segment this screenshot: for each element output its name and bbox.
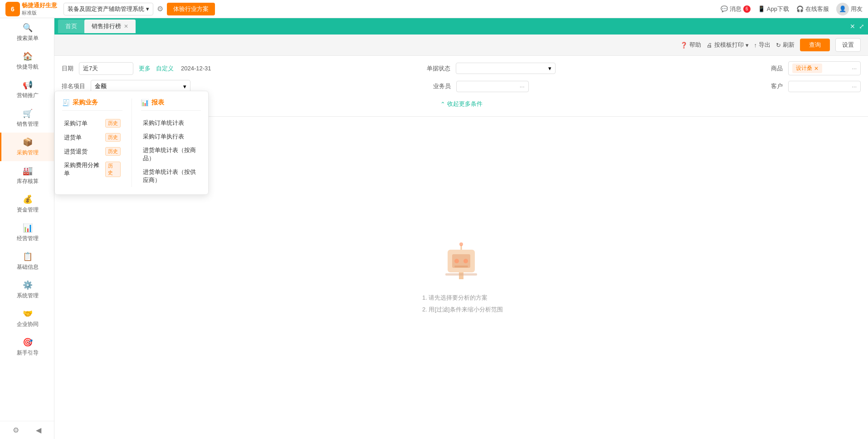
print-action[interactable]: 🖨 按模板打印 ▾ <box>707 41 749 49</box>
empty-illustration <box>434 241 488 287</box>
purchase-dropdown-menu: 🧾 采购业务 采购订单 历史 进货单 历史 进货退货 历史 采购费用分摊单 历史… <box>54 91 209 195</box>
customer-label: 客户 <box>771 82 783 90</box>
menu-item-order-stats[interactable]: 采购订单统计表 <box>141 116 201 130</box>
logo-area: 6 畅捷通好生意 标准版 <box>5 2 60 16</box>
date-label: 日期 <box>62 64 73 73</box>
collapse-up-icon: ⌃ <box>440 101 445 108</box>
help-action[interactable]: ❓ 帮助 <box>680 41 701 49</box>
settings-icon[interactable]: ⚙ <box>157 5 163 13</box>
tab-sales-rank[interactable]: 销售排行榜 ✕ <box>84 20 136 33</box>
settings-button[interactable]: 设置 <box>835 38 861 52</box>
help-icon: ❓ <box>680 42 688 49</box>
basicinfo-icon: 📋 <box>23 252 33 261</box>
goods-label: 商品 <box>771 64 783 73</box>
customer-dots[interactable]: ··· <box>852 83 857 90</box>
sidebar-item-marketing[interactable]: 📢 营销推广 <box>0 75 54 104</box>
date-preset-7days[interactable]: 近7天 <box>79 62 133 75</box>
goods-tag-remove[interactable]: ✕ <box>814 65 819 72</box>
report-section-title: 📊 报表 <box>141 99 201 111</box>
svg-point-10 <box>459 242 463 246</box>
tab-home[interactable]: 首页 <box>58 20 84 33</box>
print-chevron-icon: ▾ <box>746 42 749 49</box>
tab-close-icon[interactable]: ✕ <box>124 23 128 30</box>
search-icon: 🔍 <box>23 23 33 33</box>
operations-icon: 📊 <box>23 223 33 233</box>
empty-hint-1: 请先选择要分析的方案 <box>429 292 502 304</box>
marketing-icon: 📢 <box>23 80 33 90</box>
sidebar-item-inventory[interactable]: 🏭 库存核算 <box>0 161 54 190</box>
tab-bar: 首页 销售排行榜 ✕ ✕ ⤢ <box>54 18 868 35</box>
sidebar-item-system[interactable]: ⚙️ 系统管理 <box>0 276 54 304</box>
content-area: 首页 销售排行榜 ✕ ✕ ⤢ ❓ 帮助 🖨 按模板打印 ▾ <box>54 18 868 439</box>
tab-expand-icon[interactable]: ⤢ <box>859 23 864 30</box>
purchase-section-title: 🧾 采购业务 <box>62 99 122 111</box>
doc-status-select[interactable]: ▾ <box>456 63 556 74</box>
phone-icon: 📱 <box>758 5 765 12</box>
doc-status-chevron: ▾ <box>548 65 551 72</box>
sidebar-item-quicknav[interactable]: 🏠 快捷导航 <box>0 47 54 75</box>
tab-close-all-icon[interactable]: ✕ <box>850 23 855 30</box>
refresh-action[interactable]: ↻ 刷新 <box>776 41 795 49</box>
doc-status-label: 单据状态 <box>427 64 450 73</box>
empty-hint-2: 用[过滤]条件来缩小分析范围 <box>429 304 502 316</box>
app-download-action[interactable]: 📱 App下载 <box>758 5 789 13</box>
sidebar-item-finance[interactable]: 💰 资金管理 <box>0 190 54 218</box>
newbie-icon: 🎯 <box>23 337 33 347</box>
industry-btn[interactable]: 体验行业方案 <box>167 3 215 15</box>
menu-divider <box>132 99 132 187</box>
svg-point-4 <box>454 259 459 263</box>
svg-point-5 <box>463 259 468 263</box>
menu-item-inbound-return[interactable]: 进货退货 历史 <box>62 144 122 158</box>
goods-dots[interactable]: ··· <box>852 65 857 72</box>
sidebar-item-operations[interactable]: 📊 经营管理 <box>0 218 54 247</box>
system-icon: ⚙️ <box>23 280 33 290</box>
salesperson-dots[interactable]: ··· <box>520 83 525 90</box>
menu-item-inbound[interactable]: 进货单 历史 <box>62 130 122 144</box>
sidebar-bottom: ⚙ ◀ <box>0 421 54 439</box>
user-action[interactable]: 👤 用友 <box>836 3 863 15</box>
rank-chevron-icon: ▾ <box>183 83 186 90</box>
purchase-icon: 📦 <box>23 137 33 147</box>
inventory-icon: 🏭 <box>23 166 33 176</box>
system-selector[interactable]: 装备及固定资产辅助管理系统 ▾ <box>63 3 153 15</box>
enterprise-icon: 🤝 <box>23 309 33 319</box>
date-custom[interactable]: 自定义 <box>156 64 174 73</box>
menu-item-inbound-stats-supplier[interactable]: 进货单统计表（按供应商） <box>141 165 201 187</box>
filter-row-1: 日期 近7天 更多 自定义 2024-12-31 单据状态 ▾ 商品 设计桑 <box>62 61 861 75</box>
sidebar-item-purchase[interactable]: 📦 采购管理 <box>0 133 54 161</box>
sidebar-item-search[interactable]: 🔍 搜索菜单 <box>0 18 54 47</box>
sidebar-item-basicinfo[interactable]: 📋 基础信息 <box>0 247 54 276</box>
goods-input[interactable]: 设计桑 ✕ ··· <box>788 61 861 75</box>
sidebar-item-enterprise[interactable]: 🤝 企业协同 <box>0 304 54 333</box>
top-bar: 6 畅捷通好生意 标准版 装备及固定资产辅助管理系统 ▾ ⚙ 体验行业方案 💬 … <box>0 0 868 18</box>
top-right-actions: 💬 消息 6 📱 App下载 🎧 在线客服 👤 用友 <box>721 3 863 15</box>
query-button[interactable]: 查询 <box>800 39 830 51</box>
sidebar: 🔍 搜索菜单 🏠 快捷导航 📢 营销推广 🛒 销售管理 📦 采购管理 🏭 库存核… <box>0 18 54 439</box>
goods-tag: 设计桑 ✕ <box>792 64 822 73</box>
message-action[interactable]: 💬 消息 6 <box>721 5 751 13</box>
salesperson-input[interactable]: ··· <box>456 81 529 92</box>
salesperson-label: 业务员 <box>433 82 451 90</box>
customer-input[interactable]: ··· <box>788 81 861 92</box>
sidebar-item-sales[interactable]: 🛒 销售管理 <box>0 104 54 133</box>
sales-icon: 🛒 <box>23 109 33 118</box>
svg-rect-6 <box>454 266 468 267</box>
collapse-sidebar-icon[interactable]: ◀ <box>36 426 41 434</box>
tab-actions: ✕ ⤢ <box>850 23 864 30</box>
bottom-gear-icon[interactable]: ⚙ <box>13 426 19 434</box>
online-service-action[interactable]: 🎧 在线客服 <box>796 5 829 13</box>
avatar: 👤 <box>836 3 849 15</box>
menu-item-inbound-stats-goods[interactable]: 进货单统计表（按商品） <box>141 143 201 165</box>
headset-icon: 🎧 <box>796 5 804 12</box>
purchase-section-icon: 🧾 <box>62 99 70 106</box>
chevron-down-icon: ▾ <box>146 5 149 12</box>
menu-item-order-exec[interactable]: 采购订单执行表 <box>141 130 201 143</box>
finance-icon: 💰 <box>23 194 33 204</box>
menu-item-purchase-order[interactable]: 采购订单 历史 <box>62 116 122 130</box>
menu-item-purchase-expense[interactable]: 采购费用分摊单 历史 <box>62 158 122 180</box>
sidebar-item-newbie[interactable]: 🎯 新手引导 <box>0 333 54 361</box>
logo-icon: 6 <box>5 2 20 16</box>
export-action[interactable]: ↑ 导出 <box>754 41 771 49</box>
date-more[interactable]: 更多 <box>139 64 151 73</box>
report-section-icon: 📊 <box>141 99 149 106</box>
